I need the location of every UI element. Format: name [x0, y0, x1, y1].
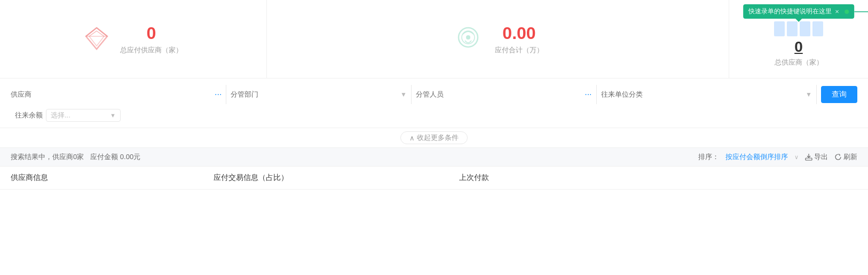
collapse-icon: ∧	[409, 134, 415, 142]
export-label: 导出	[814, 152, 828, 162]
svg-point-9	[466, 35, 470, 40]
total-payable-stat: 0 总应付供应商（家）	[120, 23, 183, 55]
results-bar: 搜索结果中，供应商0家 应付金额 0.00元 排序： 按应付会额倒序排序 ∨ 导…	[0, 148, 868, 167]
export-button[interactable]: 导出	[805, 152, 828, 162]
tooltip-dot	[845, 10, 849, 14]
person-filter: 分管人员 ···	[412, 85, 597, 104]
sort-label: 排序：	[698, 152, 719, 162]
person-label: 分管人员	[416, 90, 444, 99]
filter-row-1: 供应商 ··· 分管部门 ▼ 分管人员 ··· 往来单位分类 ▼ 查询	[11, 85, 857, 104]
refresh-icon	[834, 153, 842, 161]
refresh-label: 刷新	[843, 152, 857, 162]
query-button[interactable]: 查询	[821, 86, 857, 103]
supplier-label: 供应商	[11, 90, 31, 99]
stat-block-middle: 0.00 应付合计（万）	[267, 0, 729, 78]
balance-label: 往来余额	[15, 111, 43, 120]
shortcut-tooltip: 快速录单的快捷键说明在这里 ×	[743, 4, 854, 19]
unit-category-filter: 往来单位分类 ▼	[597, 85, 817, 104]
filter-bar: 供应商 ··· 分管部门 ▼ 分管人员 ··· 往来单位分类 ▼ 查询	[0, 78, 868, 128]
table-col-last-payment: 上次付款	[459, 173, 857, 183]
export-icon	[805, 153, 812, 161]
dept-chevron[interactable]: ▼	[400, 91, 407, 98]
total-payable-number: 0	[120, 23, 183, 43]
stat-block-left: 0 总应付供应商（家）	[0, 0, 267, 78]
stats-bar: 0 总应付供应商（家） 0.00 应付合计（万） 快速录单的快捷键说明在这里 ×	[0, 0, 868, 78]
blue-icon-area	[774, 21, 823, 36]
collapse-button[interactable]: ∧ 收起更多条件	[400, 131, 468, 144]
refresh-button[interactable]: 刷新	[834, 152, 857, 162]
table-body	[0, 190, 868, 275]
table-col-supplier: 供应商信息	[11, 173, 214, 183]
payable-total-stat: 0.00 应付合计（万）	[495, 23, 543, 55]
dept-filter: 分管部门 ▼	[226, 85, 412, 104]
sort-chevron[interactable]: ∨	[794, 154, 799, 161]
collapse-bar: ∧ 收起更多条件	[0, 128, 868, 148]
person-input[interactable]	[447, 91, 585, 99]
supplier-input[interactable]	[35, 91, 215, 99]
total-suppliers-label: 总供应商（家）	[775, 58, 823, 67]
dept-label: 分管部门	[231, 90, 258, 99]
tooltip-close-btn[interactable]: ×	[835, 7, 839, 15]
payable-total-number: 0.00	[495, 23, 543, 43]
diamond-icon	[84, 26, 109, 53]
mint-icon	[452, 22, 484, 56]
unit-category-label: 往来单位分类	[601, 90, 643, 99]
balance-placeholder: 选择...	[51, 111, 70, 120]
results-actions: 排序： 按应付会额倒序排序 ∨ 导出 刷新	[698, 152, 857, 162]
balance-chevron[interactable]: ▼	[110, 112, 116, 119]
unit-category-chevron[interactable]: ▼	[806, 91, 812, 98]
total-payable-label: 总应付供应商（家）	[120, 45, 183, 55]
table-col-payable: 应付交易信息（占比）	[214, 173, 459, 183]
sort-value[interactable]: 按应付会额倒序排序	[725, 152, 788, 162]
person-dots[interactable]: ···	[585, 90, 591, 99]
collapse-label: 收起更多条件	[417, 133, 459, 143]
results-amount: 应付金额 0.00元	[90, 152, 140, 162]
balance-filter: 往来余额 选择... ▼	[11, 107, 125, 123]
total-suppliers-number[interactable]: 0	[775, 38, 823, 56]
table-header: 供应商信息 应付交易信息（占比） 上次付款	[0, 167, 868, 190]
unit-category-select[interactable]: ▼	[646, 91, 812, 98]
dept-select[interactable]: ▼	[262, 91, 407, 98]
svg-rect-11	[806, 158, 812, 160]
payable-total-label: 应付合计（万）	[495, 45, 543, 55]
supplier-dots[interactable]: ···	[215, 90, 222, 99]
total-suppliers-stat: 0 总供应商（家）	[775, 38, 823, 67]
results-summary: 搜索结果中，供应商0家 应付金额 0.00元	[11, 152, 140, 162]
results-text: 搜索结果中，供应商0家	[11, 152, 84, 162]
filter-row-2: 往来余额 选择... ▼	[11, 107, 857, 123]
balance-select[interactable]: 选择... ▼	[46, 109, 121, 122]
supplier-filter: 供应商 ···	[11, 85, 226, 104]
tooltip-text: 快速录单的快捷键说明在这里	[748, 7, 832, 16]
stat-block-right: 快速录单的快捷键说明在这里 × 0 总供应商（家）	[729, 0, 868, 78]
